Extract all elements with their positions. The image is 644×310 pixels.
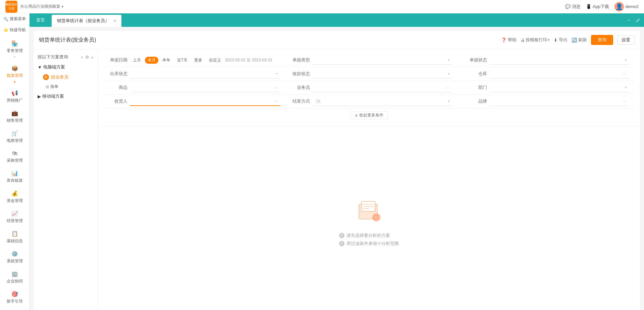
sidebar-item-finance[interactable]: 💰 资金管理 [0,187,29,207]
date-range-display: 2023-03-01 至 2023-03-31 [225,57,272,63]
inventory-icon: 📊 [11,170,18,176]
out-status-label: 出库状态 [103,71,130,77]
goods-input[interactable]: ··· [130,83,280,92]
receive-status-input[interactable]: ▾ [313,69,452,79]
salesperson-label: 业务员 [286,85,313,91]
message-icon: 💬 [565,4,571,9]
sidebar-item-sales[interactable]: 💼 销售管理 [0,107,29,127]
sidebar-item-retail[interactable]: 🏪 零售管理 ▾ [0,37,29,62]
sidebar-item-newbie[interactable]: 🎯 新手引导 [0,288,29,308]
mobile-folder-icon: ▶ [38,94,41,99]
tip-num-2: 2 [339,241,344,246]
salesperson-cell: 业务员 ··· [280,81,458,95]
date-buttons: 上月 本月 本年 近7天 更多 自定义 2023-03-01 至 2023-03… [130,57,280,64]
sidebar-item-marketing[interactable]: 📢 营销推广 [0,87,29,107]
mobile-group-header[interactable]: ▶ 移动端方案 [34,91,98,101]
operation-icon: 📈 [11,210,18,217]
query-button[interactable]: 查询 [591,35,613,45]
goods-dots: ··· [274,85,278,90]
settings-button[interactable]: 设置 [617,35,635,45]
warehouse-label: 仓库 [463,71,490,77]
sidebar-item-inventory[interactable]: 📊 库存核算 [0,167,29,187]
tab-close-button[interactable]: × [113,18,116,23]
right-panel: 单据日期 上月 本月 本年 近7天 更多 自定义 2023-03-01 至 20… [98,49,640,310]
consignee-input[interactable]: ··· [130,97,280,106]
split-layout: 按以下方案查询 + ⚙ « ▼ 电脑端方案 [34,49,640,310]
date-this-year-btn[interactable]: 本年 [160,57,173,64]
empty-tips: 1 请先选择要分析的方案 2 用过滤条件来缩小分析范围 [339,232,399,247]
tab-sales-stats[interactable]: 销货单统计表（按业务员） × [52,15,121,27]
left-panel-header: 按以下方案查询 + ⚙ « [34,52,98,62]
settlement-clear-button[interactable]: × [317,99,320,104]
finance-icon: 💰 [11,190,18,197]
filter-row-1: 单据日期 上月 本月 本年 近7天 更多 自定义 2023-03-01 至 20… [103,53,635,67]
receive-status-cell: 收款状态 ▾ [280,67,458,81]
sidebar-item-purchase[interactable]: 🛍 采购管理 [0,147,29,167]
sidebar-item-wholesale[interactable]: 📦 批发管理 ▲ [0,62,29,87]
salesperson-dots: ··· [445,85,449,90]
sidebar-item-enterprise[interactable]: 🏢 企业协同 [0,267,29,288]
company-selector[interactable]: 办公用品行业模拟账套 ▾ [20,4,63,9]
doc-status-input[interactable]: ▾ [490,55,629,65]
scheme-by-salesperson[interactable]: 按 按业务员 [34,72,98,82]
salesperson-input[interactable]: ··· [313,83,452,92]
topbar: 畅捷通好生意 办公用品行业模拟账套 ▾ 💬 消息 📱 App下载 👤 demo2 [0,0,644,13]
sidebar-quick-nav[interactable]: ⭐ 快捷导航 [0,24,29,36]
sidebar-search[interactable]: 🔍 搜索菜单 [0,13,29,24]
date-custom-btn[interactable]: 自定义 [206,57,224,64]
department-input[interactable]: ▾ [490,83,629,92]
tab-home[interactable]: 首页 [30,13,52,27]
pc-group-header[interactable]: ▼ 电脑端方案 [34,62,98,72]
settlement-clear-tag[interactable]: × [315,99,321,104]
empty-illustration: ! [352,194,386,228]
brand-dots: ··· [623,99,627,104]
help-button[interactable]: ❓ 帮助 [501,37,517,43]
consignee-dots: ··· [274,98,278,104]
collapse-button[interactable]: ∧ 收起更多条件 [351,111,388,119]
sidebar-item-operation[interactable]: 📈 经营管理 [0,207,29,227]
settlement-chevron: ▾ [448,99,449,103]
refresh-button[interactable]: 🔄 刷新 [572,37,587,43]
sidebar-item-ecommerce[interactable]: 🛒 电商管理 [0,127,29,147]
sidebar-item-system[interactable]: ⚙️ 系统管理 [0,247,29,267]
brand-label: 品牌 [463,98,490,104]
date-last7-btn[interactable]: 近7天 [174,57,190,64]
ecommerce-icon: 🛒 [11,130,18,137]
scheme-settings-button[interactable]: ⚙ [85,55,89,60]
date-this-month-btn[interactable]: 本月 [145,57,158,64]
consignee-cell: 收货人 ··· [103,95,280,108]
tab-minimize-button[interactable]: － [625,15,633,25]
avatar: 👤 [614,2,624,11]
add-scheme-button[interactable]: + [80,55,83,60]
tab-maximize-button[interactable]: ⤢ [634,16,641,25]
doc-status-cell: 单据状态 ▾ [458,53,635,67]
export-button[interactable]: ⬇ 导出 [554,37,568,43]
app-download-button[interactable]: 📱 App下载 [586,4,609,10]
message-button[interactable]: 💬 消息 [565,4,581,10]
sidebar-item-app-center[interactable]: 🔲 应用中心 [0,308,29,310]
print-button[interactable]: 🖨 按模板打印 ▾ [521,37,550,43]
collapse-panel-button[interactable]: « [91,55,94,60]
warehouse-dots: ··· [623,71,627,76]
brand-input[interactable]: ··· [490,97,629,106]
pc-scheme-group: ▼ 电脑端方案 按 按业务员 ⊞ 按单 [34,62,98,91]
department-label: 部门 [463,85,490,91]
user-menu[interactable]: 👤 demo2 [614,2,639,11]
scheme-by-order[interactable]: ⊞ 按单 [34,82,98,91]
receive-status-chevron: ▾ [448,72,449,75]
warehouse-input[interactable]: ··· [490,69,629,79]
sidebar-item-basic[interactable]: 📋 基础信息 [0,227,29,247]
basic-icon: 📋 [11,230,18,237]
doc-status-label: 单据状态 [463,57,490,63]
empty-tip-1: 1 请先选择要分析的方案 [339,232,399,239]
filter-row-2: 出库状态 ▾ 收款状态 [103,67,635,81]
svg-rect-1 [362,201,375,211]
doc-type-input[interactable]: ▾ [313,55,452,65]
doc-status-chevron: ▾ [625,58,627,62]
newbie-icon: 🎯 [11,291,18,297]
date-more-btn[interactable]: 更多 [192,57,205,64]
date-last-month-btn[interactable]: 上月 [130,57,144,64]
tabbar-actions: － ⤢ [625,13,644,27]
settlement-input[interactable]: × ▾ [313,97,452,106]
out-status-input[interactable]: ▾ [130,69,280,79]
